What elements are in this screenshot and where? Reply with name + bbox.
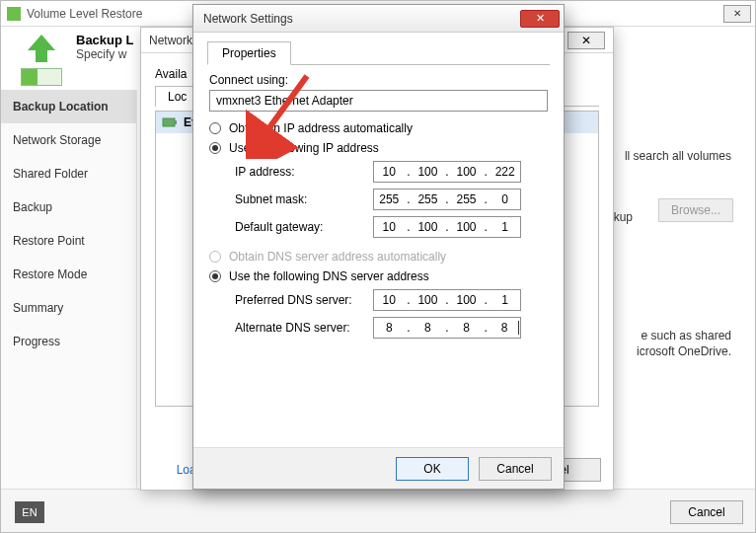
radio-ip-manual[interactable]: Use the following IP address bbox=[209, 141, 548, 155]
sidebar-item-restore-point[interactable]: Restore Point bbox=[1, 224, 136, 258]
language-button[interactable]: EN bbox=[15, 501, 44, 523]
sidebar-item-backup-location[interactable]: Backup Location bbox=[1, 90, 136, 123]
alternate-dns-field[interactable]: 8.8.8.8 bbox=[373, 317, 521, 339]
dialog-title: Network Settings bbox=[203, 12, 293, 26]
cancel-button[interactable]: Cancel bbox=[479, 457, 552, 481]
radio-icon bbox=[209, 251, 221, 263]
dns1-label: Preferred DNS server: bbox=[235, 293, 373, 307]
radio-dns-manual[interactable]: Use the following DNS server address bbox=[209, 269, 548, 283]
drive-icon bbox=[21, 68, 62, 86]
wizard-bottom-bar: EN Cancel bbox=[1, 489, 756, 533]
network-title: Network bbox=[149, 34, 192, 47]
adapter-field[interactable] bbox=[209, 90, 548, 112]
adapter-icon bbox=[162, 115, 178, 129]
connect-using-label: Connect using: bbox=[209, 73, 548, 87]
mask-label: Subnet mask: bbox=[235, 192, 373, 206]
sidebar-item-shared-folder[interactable]: Shared Folder bbox=[1, 157, 136, 190]
app-icon bbox=[7, 7, 21, 21]
radio-label: Use the following DNS server address bbox=[229, 269, 429, 283]
radio-label: Obtain DNS server address automatically bbox=[229, 250, 446, 264]
radio-icon bbox=[209, 270, 221, 282]
radio-label: Obtain an IP address automatically bbox=[229, 121, 413, 135]
close-button[interactable]: ✕ bbox=[520, 10, 560, 28]
text-fragment: icrosoft OneDrive. bbox=[637, 344, 731, 358]
text-fragment: ll search all volumes bbox=[625, 149, 731, 163]
svg-rect-0 bbox=[163, 118, 175, 126]
dialog-titlebar: Network Settings ✕ bbox=[193, 5, 564, 33]
radio-icon bbox=[209, 122, 221, 134]
text-fragment: kup bbox=[614, 210, 633, 224]
text-fragment: e such as shared bbox=[642, 329, 731, 343]
network-settings-dialog: Network Settings ✕ Properties Connect us… bbox=[192, 4, 565, 490]
tab-properties[interactable]: Properties bbox=[207, 41, 291, 65]
window-title: Volume Level Restore bbox=[27, 7, 142, 21]
radio-icon bbox=[209, 142, 221, 154]
radio-label: Use the following IP address bbox=[229, 141, 379, 155]
browse-button: Browse... bbox=[658, 198, 733, 222]
gateway-label: Default gateway: bbox=[235, 220, 373, 234]
svg-rect-1 bbox=[175, 120, 177, 124]
wizard-sidebar: Backup Location Network Storage Shared F… bbox=[1, 90, 137, 495]
sidebar-item-summary[interactable]: Summary bbox=[1, 291, 136, 325]
ip-label: IP address: bbox=[235, 165, 373, 179]
radio-dns-auto: Obtain DNS server address automatically bbox=[209, 250, 548, 264]
step-subtitle: Specify w bbox=[76, 47, 134, 61]
ip-address-field[interactable]: 10.100.100.222 bbox=[373, 161, 521, 183]
step-title: Backup L bbox=[76, 33, 134, 47]
sidebar-item-backup[interactable]: Backup bbox=[1, 190, 136, 224]
sidebar-item-network-storage[interactable]: Network Storage bbox=[1, 123, 136, 157]
gateway-field[interactable]: 10.100.100.1 bbox=[373, 216, 521, 238]
ok-button[interactable]: OK bbox=[396, 457, 469, 481]
sidebar-item-restore-mode[interactable]: Restore Mode bbox=[1, 258, 136, 291]
step-icon bbox=[21, 33, 62, 86]
radio-ip-auto[interactable]: Obtain an IP address automatically bbox=[209, 121, 548, 135]
preferred-dns-field[interactable]: 10.100.100.1 bbox=[373, 289, 521, 311]
close-button[interactable]: ✕ bbox=[567, 32, 605, 49]
subnet-mask-field[interactable]: 255.255.255.0 bbox=[373, 189, 521, 210]
dns2-label: Alternate DNS server: bbox=[235, 321, 373, 335]
close-button[interactable]: ✕ bbox=[723, 5, 751, 23]
sidebar-item-progress[interactable]: Progress bbox=[1, 325, 136, 358]
cancel-button[interactable]: Cancel bbox=[670, 500, 743, 524]
